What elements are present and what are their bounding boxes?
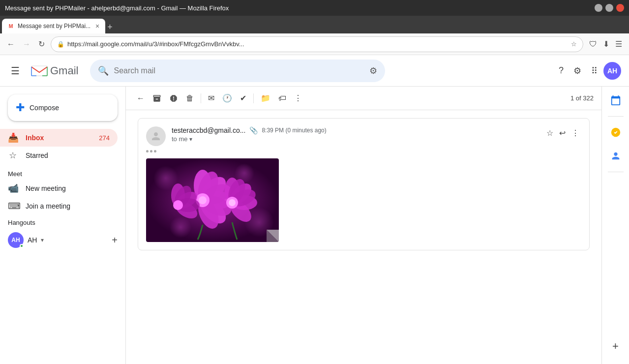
- header-actions: ? ⚙ ⠿ AH: [555, 61, 621, 80]
- calendar-sidebar-button[interactable]: [606, 91, 626, 110]
- active-tab[interactable]: M Message sent by PHPMai... ×: [2, 19, 105, 33]
- email-expand-dots[interactable]: [146, 150, 581, 152]
- reply-button[interactable]: ↩: [557, 126, 568, 140]
- gmail-logo-text: Gmail: [50, 64, 78, 77]
- online-indicator: [20, 244, 24, 248]
- tab-close-button[interactable]: ×: [95, 23, 99, 30]
- starred-label: Starred: [26, 152, 48, 159]
- snooze-button[interactable]: 🕐: [219, 91, 235, 106]
- dot-2: [150, 150, 152, 152]
- toolbar-separator-1: [201, 93, 201, 103]
- tab-bar: M Message sent by PHPMai... × +: [0, 16, 629, 33]
- compose-button[interactable]: ✚ Compose: [8, 94, 118, 121]
- back-to-inbox-button[interactable]: ←: [134, 91, 148, 106]
- email-to: to me ▾: [172, 135, 539, 143]
- email-more-button[interactable]: ⋮: [569, 126, 581, 140]
- menu-button[interactable]: ☰: [613, 37, 624, 51]
- url-bar[interactable]: 🔒 https://mail.google.com/mail/u/3/#inbo…: [51, 36, 583, 52]
- new-tab-button[interactable]: +: [107, 22, 113, 32]
- sidebar: ✚ Compose 📥 Inbox 274 ☆ Starred Meet 📹 N…: [0, 87, 126, 364]
- email-content: ← 🗑 ✉ 🕐 ✔ 📁 🏷 ⋮ 1 of 322: [126, 87, 601, 364]
- flower-illustration: [146, 158, 279, 242]
- svg-point-14: [170, 216, 191, 238]
- gmail-logo: Gmail: [30, 62, 78, 80]
- forward-button[interactable]: →: [21, 38, 32, 51]
- apps-button[interactable]: ⠿: [587, 61, 601, 80]
- shield-icon-button[interactable]: 🛡: [587, 37, 599, 51]
- page-info: 1 of 322: [570, 94, 594, 102]
- email-attachment-image: [146, 158, 279, 242]
- sidebar-item-inbox[interactable]: 📥 Inbox 274: [0, 129, 118, 147]
- sidebar-item-join-meeting[interactable]: ⌨ Join a meeting: [0, 197, 118, 215]
- back-button[interactable]: ←: [5, 38, 17, 51]
- video-icon: 📹: [8, 183, 18, 194]
- dot-1: [146, 150, 149, 152]
- email-meta: testeraccbd@gmail.co... 📎 8:39 PM (0 min…: [172, 126, 539, 143]
- email-message: testeraccbd@gmail.co... 📎 8:39 PM (0 min…: [138, 118, 590, 250]
- right-sidebar-divider-2: [608, 172, 624, 172]
- sidebar-item-starred[interactable]: ☆ Starred: [0, 147, 118, 164]
- join-meeting-label: Join a meeting: [26, 202, 70, 210]
- toolbar-separator-2: [253, 93, 254, 103]
- hangouts-avatar: AH: [8, 232, 24, 248]
- dot-3: [154, 150, 156, 152]
- task-button[interactable]: ✔: [237, 91, 249, 106]
- inbox-label: Inbox: [26, 134, 44, 142]
- star-email-button[interactable]: ☆: [544, 126, 555, 140]
- mark-read-button[interactable]: ✉: [205, 91, 217, 106]
- keyboard-icon: ⌨: [8, 201, 18, 212]
- email-header: testeraccbd@gmail.co... 📎 8:39 PM (0 min…: [146, 126, 581, 146]
- maximize-button[interactable]: [605, 4, 613, 12]
- svg-point-38: [173, 200, 183, 210]
- title-bar: Message sent by PHPMailer - ahelperbd@gm…: [0, 0, 629, 16]
- search-filter-button[interactable]: ⚙: [369, 65, 377, 76]
- email-sender: testeraccbd@gmail.co...: [172, 126, 245, 134]
- gmail-app: ☰ Gmail 🔍 ⚙ ? ⚙: [0, 55, 629, 364]
- browser-actions: 🛡 ⬇ ☰: [587, 37, 624, 51]
- close-button[interactable]: [616, 4, 624, 12]
- svg-point-24: [199, 196, 207, 204]
- tab-favicon: M: [8, 23, 15, 30]
- svg-text:M: M: [9, 23, 13, 29]
- delete-button[interactable]: 🗑: [183, 91, 197, 106]
- contacts-sidebar-button[interactable]: [606, 146, 626, 166]
- sidebar-item-new-meeting[interactable]: 📹 New meeting: [0, 180, 118, 197]
- help-button[interactable]: ?: [555, 61, 568, 80]
- add-sidebar-app-button[interactable]: +: [606, 336, 626, 356]
- email-actions: ☆ ↩ ⋮: [544, 126, 581, 140]
- star-icon: ☆: [8, 150, 18, 161]
- reload-button[interactable]: ↻: [36, 37, 47, 51]
- hangouts-add-button[interactable]: +: [112, 235, 118, 246]
- hangouts-username: AH: [28, 236, 37, 244]
- user-avatar[interactable]: AH: [603, 62, 621, 80]
- gmail-body: ✚ Compose 📥 Inbox 274 ☆ Starred Meet 📹 N…: [0, 87, 629, 364]
- tasks-sidebar-button[interactable]: [606, 122, 626, 142]
- right-sidebar-divider-1: [608, 116, 624, 117]
- move-to-button[interactable]: 📁: [258, 91, 273, 106]
- email-to-expand[interactable]: ▾: [189, 136, 192, 143]
- svg-rect-5: [31, 66, 47, 76]
- bookmark-icon[interactable]: ☆: [571, 40, 577, 48]
- hangouts-user-item[interactable]: AH AH ▾ +: [8, 230, 118, 250]
- right-sidebar: +: [601, 87, 629, 364]
- search-bar[interactable]: 🔍 ⚙: [90, 60, 385, 82]
- hangouts-section: Hangouts AH AH ▾ +: [0, 215, 125, 254]
- window-controls: [595, 4, 624, 12]
- search-input[interactable]: [114, 66, 364, 75]
- compose-icon: ✚: [16, 101, 25, 114]
- download-button[interactable]: ⬇: [601, 37, 611, 51]
- tab-title: Message sent by PHPMai...: [18, 23, 90, 30]
- minimize-button[interactable]: [595, 4, 602, 12]
- address-bar: ← → ↻ 🔒 https://mail.google.com/mail/u/3…: [0, 33, 629, 55]
- settings-button[interactable]: ⚙: [569, 61, 585, 80]
- email-body: [146, 158, 581, 242]
- archive-button[interactable]: [150, 91, 164, 106]
- security-icon: 🔒: [57, 41, 64, 48]
- hamburger-menu-button[interactable]: ☰: [8, 62, 23, 80]
- label-button[interactable]: 🏷: [275, 91, 289, 106]
- report-spam-button[interactable]: [166, 91, 181, 106]
- more-actions-button[interactable]: ⋮: [291, 91, 305, 106]
- email-view: testeraccbd@gmail.co... 📎 8:39 PM (0 min…: [126, 110, 601, 364]
- url-text: https://mail.google.com/mail/u/3/#inbox/…: [67, 40, 568, 48]
- sender-avatar: [146, 126, 166, 146]
